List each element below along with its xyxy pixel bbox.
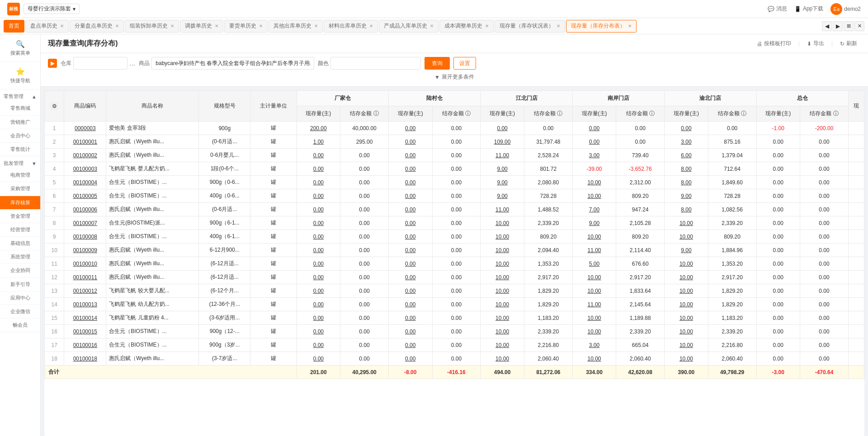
sidebar-item-finance[interactable]: 资金管理 xyxy=(0,210,40,223)
table-row: 7 00100006 惠氏启赋（Wyeth illu... (0-6月适... … xyxy=(45,203,864,216)
row-yb-amt: 2,917.20 xyxy=(708,271,756,284)
row-num: 4 xyxy=(45,162,64,176)
color-input[interactable] xyxy=(330,57,421,70)
tab-stock-status[interactable]: 现存量（库存状况表） ✕ xyxy=(495,20,565,33)
close-icon[interactable]: ✕ xyxy=(485,23,489,28)
row-nb-qty: 9.00 xyxy=(572,216,616,230)
sidebar-item-basic-info[interactable]: 基础信息 xyxy=(0,237,40,250)
row-num: 9 xyxy=(45,230,64,244)
tab-prev-btn[interactable]: ◀ xyxy=(822,21,832,31)
summary-yb-qty: 390.00 xyxy=(665,366,708,379)
close-icon[interactable]: ✕ xyxy=(314,23,318,28)
row-num: 13 xyxy=(45,284,64,298)
col-luc-qty: 现存量(主) xyxy=(388,106,432,122)
sidebar-item-wechat[interactable]: 企业微信 xyxy=(0,305,40,319)
close-icon[interactable]: ✕ xyxy=(60,23,64,28)
row-jb-amt: 1,353.20 xyxy=(524,257,572,271)
tab-product-in-history[interactable]: 产成品入库单历史 ✕ xyxy=(379,20,439,33)
close-icon[interactable]: ✕ xyxy=(170,23,174,28)
sidebar-item-search[interactable]: 🔍 搜索英单 xyxy=(0,34,40,62)
filter-expand-btn[interactable]: ▶ xyxy=(48,59,57,68)
sidebar-item-ecommerce[interactable]: 电商管理 xyxy=(0,169,40,182)
row-name: 惠氏启赋（Wyeth illu... xyxy=(106,271,199,284)
export-btn[interactable]: ⬇ 导出 xyxy=(803,38,828,49)
col-na-amt: 结存金额 ⓘ xyxy=(616,106,665,122)
setting-btn[interactable]: 设置 xyxy=(453,57,476,70)
close-icon[interactable]: ✕ xyxy=(557,23,560,28)
sidebar-section-retail[interactable]: 零售管理 ▲ xyxy=(0,89,40,102)
warehouse-dots[interactable]: ... xyxy=(129,59,135,67)
close-icon[interactable]: ✕ xyxy=(115,23,119,28)
tab-sub-inventory-history[interactable]: 分量盘点单历史 ✕ xyxy=(70,20,124,33)
sidebar-item-inventory[interactable]: 库存核算 xyxy=(0,196,40,210)
goods-input[interactable] xyxy=(151,57,314,70)
tab-other-out-history[interactable]: 其他出库单历史 ✕ xyxy=(269,20,323,33)
sidebar-item-member2[interactable]: 畅会员 xyxy=(0,319,40,332)
tab-requisition-history[interactable]: 要货单历史 ✕ xyxy=(224,20,268,33)
table-row: 16 00100015 合生元（BIOSTIME）... 900g（12-...… xyxy=(45,325,864,338)
warehouse-input[interactable] xyxy=(73,57,127,70)
row-jb-qty: 10.00 xyxy=(481,216,524,230)
row-nb-amt: 676.60 xyxy=(616,257,665,271)
tab-close-all-btn[interactable]: ✕ xyxy=(854,21,864,31)
sidebar-item-app-center[interactable]: 应用中心 xyxy=(0,291,40,305)
industry-selector[interactable]: 母婴行业演示陈套 ▾ xyxy=(24,4,80,14)
sidebar-item-marketing[interactable]: 营销推广 xyxy=(0,116,40,129)
print-btn[interactable]: 🖨 按模板打印 xyxy=(753,38,795,49)
sidebar-item-member[interactable]: 会员中心 xyxy=(0,129,40,143)
close-icon[interactable]: ✕ xyxy=(628,23,632,28)
message-btn[interactable]: 💬 消息 xyxy=(768,5,787,13)
sidebar-item-purchase[interactable]: 采购管理 xyxy=(0,182,40,196)
row-jb-amt: 2,339.20 xyxy=(524,325,572,338)
row-zc-amt: 0.00 xyxy=(800,271,849,284)
app-download-btn[interactable]: 📱 App下载 xyxy=(794,5,823,13)
col-settings[interactable]: ⚙ xyxy=(45,91,64,122)
sidebar-item-mall[interactable]: 零售商城 xyxy=(0,102,40,115)
tab-inventory-history[interactable]: 盘点单历史 ✕ xyxy=(25,20,69,33)
tab-material-out-history[interactable]: 材料出库单历史 ✕ xyxy=(324,20,378,33)
row-num: 3 xyxy=(45,149,64,162)
close-icon[interactable]: ✕ xyxy=(369,23,373,28)
row-unit: 罐 xyxy=(250,311,297,325)
table-row: 2 00100001 惠氏启赋（Wyeth illu... (0-6月适... … xyxy=(45,135,864,149)
tab-stock-distribution[interactable]: 现存量（库存分布表） ✕ xyxy=(566,20,637,33)
row-name: 惠氏启赋（Wyeth illu... xyxy=(106,257,199,271)
tab-home[interactable]: 首页 xyxy=(4,20,24,33)
row-jb-amt: 1,829.20 xyxy=(524,298,572,311)
tab-cost-adjust-history[interactable]: 成本调整单历史 ✕ xyxy=(439,20,494,33)
sidebar-section-wholesale[interactable]: 批发管理 ▼ xyxy=(0,156,40,169)
search-btn[interactable]: 查询 xyxy=(425,57,450,70)
row-nb-amt: 2,060.40 xyxy=(616,352,665,366)
tab-transfer-history[interactable]: 调拨单历史 ✕ xyxy=(180,20,223,33)
close-icon[interactable]: ✕ xyxy=(430,23,434,28)
user-area[interactable]: Ea demo2 xyxy=(830,3,861,15)
row-f-qty: 1.00 xyxy=(297,135,340,149)
row-name: 合生元（BIOSTIME）... xyxy=(106,176,199,189)
row-cur xyxy=(848,352,864,366)
row-l-qty: 0.00 xyxy=(388,176,432,189)
tab-expand-btn[interactable]: ⊞ xyxy=(844,21,854,31)
filter-more-btn[interactable]: ▼ 展开更多条件 xyxy=(48,71,861,83)
tab-assembly-history[interactable]: 组装拆卸单历史 ✕ xyxy=(125,20,179,33)
refresh-btn[interactable]: ↻ 刷新 xyxy=(836,38,861,49)
logo-text: 标推 xyxy=(9,6,18,12)
close-icon[interactable]: ✕ xyxy=(259,23,263,28)
col-group-luc: 陆村仓 xyxy=(388,91,480,106)
sidebar-item-operations[interactable]: 经营管理 xyxy=(0,223,40,237)
row-yb-amt: 1,849.60 xyxy=(708,176,756,189)
close-icon[interactable]: ✕ xyxy=(215,23,218,28)
row-yb-amt: 2,339.20 xyxy=(708,216,756,230)
row-zc-qty: 0.00 xyxy=(756,189,800,203)
filter-more-label: 展开更多条件 xyxy=(442,73,474,81)
tab-next-btn[interactable]: ▶ xyxy=(833,21,843,31)
row-nb-qty: 0.00 xyxy=(572,122,616,135)
row-l-amt: 0.00 xyxy=(432,203,481,216)
sidebar-item-system[interactable]: 系统管理 xyxy=(0,250,40,264)
sidebar-item-retail-stats[interactable]: 零售统计 xyxy=(0,143,40,156)
row-yb-amt: 712.64 xyxy=(708,162,756,176)
sidebar-item-collaboration[interactable]: 企业协同 xyxy=(0,264,40,277)
row-unit: 罐 xyxy=(250,189,297,203)
col-group-factory: 厂家仓 xyxy=(297,91,388,106)
sidebar-item-guide[interactable]: 新手引导 xyxy=(0,278,40,291)
sidebar-item-nav[interactable]: ⭐ 快捷导航 xyxy=(0,62,40,89)
